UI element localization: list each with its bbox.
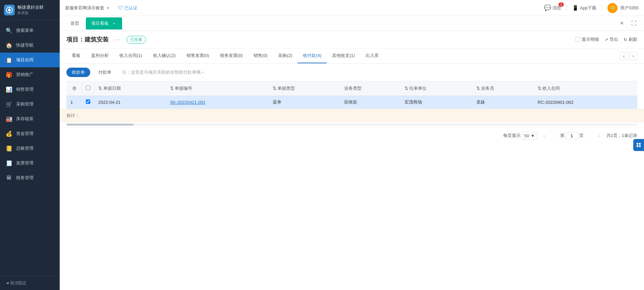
inner-tab-payment[interactable]: 付款单 — [93, 68, 117, 77]
sidebar-item-purchase-mgmt[interactable]: 🛒 采购管理 — [0, 97, 60, 112]
purchase-mgmt-label: 采购管理 — [16, 101, 34, 107]
tabbar-actions: × ⛶ — [617, 19, 639, 28]
subtab-income-confirm[interactable]: 收入确认(2) — [148, 49, 181, 63]
checkbox-column-header[interactable] — [82, 81, 94, 96]
pagination: 每页显示 50 ▼ « ‹ 第 页 › » 共1页，1条记录 — [60, 127, 644, 144]
export-button[interactable]: ↗ 导出 — [604, 37, 618, 43]
marketing-icon: 🎁 — [5, 71, 13, 78]
next-page-button[interactable]: › — [585, 131, 594, 140]
subtab-next-button[interactable]: › — [629, 52, 637, 60]
close-window-button[interactable]: × — [617, 19, 627, 28]
row-biz-type: 应收款 — [340, 96, 400, 109]
sidebar-item-project-contract[interactable]: 📋 项目合同 — [0, 53, 60, 67]
salesperson-col-label: ⇅ 业务员 — [476, 86, 494, 91]
topbar-right: 💬 消息 1 📱 App下载 😊 用户3355 — [544, 3, 639, 13]
subtab-sales-invoice[interactable]: 销售发票(0) — [181, 49, 215, 63]
per-page-chevron: ▼ — [531, 133, 535, 138]
float-right-button[interactable] — [633, 139, 644, 151]
sidebar-item-marketing[interactable]: 🎁 营销推广 — [0, 67, 60, 82]
subtab-income-contract[interactable]: 收入合同(1) — [114, 49, 148, 63]
table-scrollbar[interactable] — [60, 122, 644, 127]
row-checkbox[interactable] — [82, 96, 94, 109]
subtab-other-expense[interactable]: 其他收支(1) — [327, 49, 360, 63]
expand-window-button[interactable]: ⛶ — [629, 19, 639, 28]
project-contract-icon: 📋 — [5, 56, 13, 64]
tab-project-kanban[interactable]: 项目看板 × — [86, 17, 122, 29]
number-column-header[interactable]: ⇅ 单据编号 — [166, 81, 269, 96]
date-column-header[interactable]: ⇅ 单据日期 — [94, 81, 166, 96]
sidebar-item-finance[interactable]: 💰 资金管理 — [0, 126, 60, 141]
svg-rect-9 — [639, 145, 641, 147]
settings-column-header[interactable]: ⚙ — [66, 81, 82, 96]
subtab-purchase[interactable]: 采购(2) — [273, 49, 298, 63]
sidebar-item-invoice-mgmt[interactable]: 🧾 发票管理 — [0, 156, 60, 170]
page-of-label: 页 — [579, 133, 584, 139]
user-menu-button[interactable]: 😊 用户3355 — [607, 3, 639, 13]
project-name: 建筑安装 — [85, 36, 109, 43]
subtab-profit[interactable]: 盈利分析 — [86, 49, 114, 63]
shield-icon: 🛡 — [118, 5, 123, 11]
total-label: 合计： — [66, 113, 79, 119]
tab-close-icon[interactable]: × — [111, 21, 117, 26]
subtab-receipt[interactable]: 收付款(4) — [298, 49, 327, 63]
settings-icon[interactable]: ⚙ — [70, 85, 78, 92]
inventory-icon: 🏭 — [5, 115, 13, 123]
show-detail-label: 显示明细 — [582, 37, 599, 43]
sales-mgmt-icon: 📊 — [5, 86, 13, 93]
row-number[interactable]: SK-20220421-001 — [166, 96, 269, 109]
message-button[interactable]: 💬 消息 1 — [544, 4, 561, 11]
scrollbar-thumb[interactable] — [66, 124, 133, 126]
scrollbar-track[interactable] — [66, 124, 637, 126]
topbar: 新服务官网演示账套 ▼ 🛡 已认证 💬 消息 1 📱 App下载 — [60, 0, 644, 16]
table-total-row: 合计： — [60, 109, 644, 122]
page-size-selector: 每页显示 50 ▼ — [503, 132, 537, 140]
tax-mgmt-icon: 🏛 — [5, 174, 13, 182]
sidebar-item-sales-mgmt[interactable]: 📊 销售管理 — [0, 82, 60, 97]
date-col-label: ⇅ 单据日期 — [98, 86, 121, 91]
first-page-button[interactable]: « — [540, 131, 549, 140]
type-column-header[interactable]: ⇅ 单据类型 — [269, 81, 340, 96]
table-body: 1 2022-04-21 SK-20220421-001 蓝单 应收款 宏茂商场… — [66, 96, 637, 109]
show-detail-checkbox[interactable]: 显示明细 — [576, 37, 599, 43]
app-name: 畅捷通好业财 — [17, 5, 44, 10]
subtab-tax-invoice[interactable]: 税务发票(0) — [215, 49, 248, 63]
page-prefix-label: 第 — [560, 133, 565, 139]
inventory-label: 库存核算 — [16, 116, 34, 122]
prev-page-button[interactable]: ‹ — [550, 131, 559, 140]
sidebar-nav: 🔍 搜索菜单 🏠 快捷导航 📋 项目合同 🎁 营销推广 📊 销售管理 🛒 采购管… — [0, 20, 60, 276]
purchase-mgmt-icon: 🛒 — [5, 100, 13, 108]
row-salesperson: 龙妹 — [472, 96, 534, 109]
salesperson-column-header[interactable]: ⇅ 业务员 — [472, 81, 534, 96]
table-row[interactable]: 1 2022-04-21 SK-20220421-001 蓝单 应收款 宏茂商场… — [66, 96, 637, 109]
row-type: 蓝单 — [269, 96, 340, 109]
subtab-sales[interactable]: 销售(0) — [248, 49, 273, 63]
app-logo — [4, 5, 15, 15]
tab-project-kanban-label: 项目看板 — [91, 20, 109, 26]
refresh-button[interactable]: ↻ 刷新 — [624, 37, 637, 43]
page-number-input[interactable] — [566, 132, 578, 140]
project-more-button[interactable]: ··· — [114, 36, 121, 43]
row-select-checkbox[interactable] — [86, 99, 90, 104]
last-page-button[interactable]: » — [595, 131, 604, 140]
sidebar-item-tax-mgmt[interactable]: 🏛 税务管理 — [0, 170, 60, 185]
certified-badge: 🛡 已认证 — [118, 5, 138, 11]
account-selector[interactable]: 新服务官网演示账套 ▼ — [65, 5, 110, 11]
sidebar-item-inventory[interactable]: 🏭 库存核算 — [0, 112, 60, 126]
per-page-select[interactable]: 50 ▼ — [522, 132, 537, 140]
subtab-in-out[interactable]: 出入库 — [360, 49, 384, 63]
row-number-link[interactable]: SK-20220421-001 — [170, 100, 206, 105]
chevron-down-icon: ▼ — [106, 6, 110, 10]
app-download-button[interactable]: 📱 App下载 — [572, 5, 596, 11]
table-container: ⚙ ⇅ 单据日期 ⇅ 单据编号 ⇅ 单据类型 — [60, 81, 644, 109]
export-icon: ↗ — [604, 37, 608, 42]
subtab-kanban[interactable]: 看板 — [66, 49, 86, 63]
sidebar-item-ledger[interactable]: 📒 总账管理 — [0, 141, 60, 156]
select-all-checkbox[interactable] — [86, 86, 90, 90]
tab-home[interactable]: 首页 — [65, 17, 85, 29]
subtab-prev-button[interactable]: ‹ — [620, 52, 628, 60]
sidebar-unpin-button[interactable]: ◄ 取消固定 — [0, 276, 60, 290]
sidebar-item-shortcut[interactable]: 🏠 快捷导航 — [0, 38, 60, 53]
contract-column-header[interactable]: ⇅ 收入合同 — [534, 81, 637, 96]
inner-tab-receipt[interactable]: 收款单 — [66, 68, 90, 77]
sidebar-item-search[interactable]: 🔍 搜索菜单 — [0, 23, 60, 38]
